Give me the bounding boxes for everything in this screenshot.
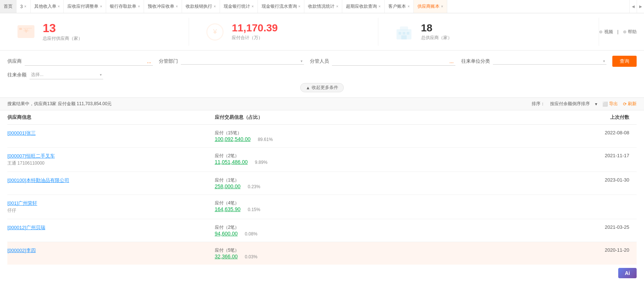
nav-customer-account-label: 客户账本 bbox=[388, 3, 406, 10]
stat-card-total-suppliers: 18 总供应商（家） bbox=[378, 18, 599, 46]
last-pay-date: 2023-01-30 bbox=[463, 177, 637, 183]
stats-header: ￥ 13 总应付供应商（家） ¥ 11,170.39 应付合计（万） bbox=[0, 13, 644, 51]
close-icon[interactable]: × bbox=[100, 4, 102, 8]
export-label: 导出 bbox=[609, 101, 618, 107]
supplier-sub: 王通 17106110000 bbox=[7, 160, 215, 166]
close-icon[interactable]: × bbox=[378, 4, 381, 8]
person-input[interactable] bbox=[333, 59, 449, 64]
nav-other-income[interactable]: 其他收入单 × bbox=[31, 0, 64, 13]
trans-amount[interactable]: 164,635.90 bbox=[215, 206, 241, 212]
close-icon[interactable]: × bbox=[441, 4, 443, 8]
close-icon[interactable]: × bbox=[58, 4, 60, 8]
export-icon: ⬜ bbox=[602, 101, 608, 107]
payable-suppliers-label: 总应付供应商（家） bbox=[43, 35, 83, 42]
close-icon[interactable]: × bbox=[24, 4, 27, 8]
last-pay-date: 2022-08-08 bbox=[463, 130, 637, 135]
payable-suppliers-icon: ￥ bbox=[15, 21, 37, 43]
nav-prepay[interactable]: 预收冲应收单 × bbox=[144, 0, 182, 13]
close-icon[interactable]: × bbox=[336, 4, 338, 8]
trans-amount[interactable]: 11,051,486.00 bbox=[215, 159, 248, 165]
nav-bank[interactable]: 银行存取款单 × bbox=[106, 0, 144, 13]
filter-category: 往来单位分类 ▾ bbox=[461, 58, 607, 65]
balance-filter-label: 往来余额 bbox=[7, 72, 27, 78]
balance-select-wrap[interactable]: 选择... ▾ bbox=[29, 70, 103, 79]
supplier-link-001[interactable]: [001]广州荣轩 bbox=[7, 200, 215, 207]
supplier-link-000100[interactable]: [000100]本特勤油品有限公司 bbox=[7, 177, 215, 184]
nav-prepay-label: 预收冲应收单 bbox=[148, 3, 174, 10]
supplier-link-000001[interactable]: [000001]张三 bbox=[7, 130, 215, 137]
export-button[interactable]: ⬜ 导出 bbox=[602, 101, 618, 107]
svg-rect-12 bbox=[401, 35, 407, 39]
department-filter-label: 分管部门 bbox=[159, 58, 178, 65]
table-row: [001]广州荣轩 仔仔 应付（4笔） 164,635.90 0.15% bbox=[7, 195, 637, 219]
trans-label: 应付（4笔） bbox=[215, 200, 463, 206]
nav-prev-button[interactable]: ◀ bbox=[629, 0, 637, 13]
nav-home[interactable]: 首页 bbox=[0, 0, 17, 13]
refresh-button[interactable]: ⟳ 刷新 bbox=[623, 101, 637, 107]
supplier-input[interactable] bbox=[26, 59, 147, 64]
trans-amount[interactable]: 32,366.00 bbox=[215, 254, 238, 259]
nav-adjustment[interactable]: 应收应付调整单 × bbox=[64, 0, 106, 13]
category-select-wrap[interactable]: ▾ bbox=[493, 58, 607, 65]
sort-value[interactable]: 按应付余额倒序排序 bbox=[550, 101, 590, 107]
last-pay-date: 2021-11-17 bbox=[463, 153, 637, 158]
department-select-wrap[interactable]: ▾ bbox=[181, 58, 304, 65]
person-input-wrap: ... bbox=[332, 57, 455, 66]
result-summary-text: 搜索结果中，供应商13家 应付金额 111,703,854.00元 bbox=[7, 101, 112, 107]
trans-amount[interactable]: 94,600.00 bbox=[215, 231, 238, 237]
close-icon[interactable]: × bbox=[298, 4, 301, 8]
help-link[interactable]: ⊙ 帮助 bbox=[623, 29, 637, 35]
supplier-link-000007[interactable]: [000007]恒旺二手叉车 bbox=[7, 153, 215, 159]
nav-reconcile[interactable]: 收款核销执行 × bbox=[182, 0, 220, 13]
sort-label: 排序： bbox=[532, 101, 545, 107]
close-icon[interactable]: × bbox=[252, 4, 254, 8]
trans-amount[interactable]: 258,000.00 bbox=[215, 183, 241, 189]
table-header: 供应商信息 应付交易信息（占比） 上次付数 bbox=[7, 110, 637, 125]
total-suppliers-count: 18 bbox=[421, 23, 452, 33]
close-icon[interactable]: × bbox=[138, 4, 140, 8]
nav-next-button[interactable]: ▶ bbox=[637, 0, 644, 13]
trans-label: 应付（2笔） bbox=[215, 224, 463, 231]
refresh-icon: ⟳ bbox=[623, 101, 627, 107]
transaction-info: 应付（15笔） 100,092,540.00 89.61% bbox=[215, 130, 463, 142]
supplier-link-000002[interactable]: [000002]李四 bbox=[7, 247, 215, 254]
nav-collection-stats[interactable]: 收款情况统计 × bbox=[304, 0, 342, 13]
video-link[interactable]: ⊙ 视频 bbox=[599, 29, 613, 35]
nav-tab-3[interactable]: 3 × bbox=[17, 0, 31, 13]
nav-collection-stats-label: 收款情况统计 bbox=[308, 3, 335, 10]
table-row: [000012]广州贝瑞 应付（2笔） 94,600.00 0.08% 2021… bbox=[7, 219, 637, 242]
nav-cash-flow[interactable]: 现金银行流水查询 × bbox=[258, 0, 305, 13]
collapse-bar: ▲ 收起更多条件 bbox=[7, 83, 637, 92]
nav-tab-3-label: 3 bbox=[20, 4, 23, 9]
transaction-info: 应付（5笔） 32,366.00 0.03% bbox=[215, 247, 463, 259]
nav-supplier-account[interactable]: 供应商账本 × bbox=[414, 0, 447, 13]
header-help: ⊙ 视频 | ⊙ 帮助 bbox=[599, 29, 644, 35]
supplier-link-000012[interactable]: [000012]广州贝瑞 bbox=[7, 224, 215, 231]
close-icon[interactable]: × bbox=[407, 4, 410, 8]
supplier-sub: 仔仔 bbox=[7, 207, 215, 214]
trans-percent: 0.08% bbox=[245, 231, 258, 237]
trans-percent: 0.03% bbox=[245, 254, 258, 259]
query-button[interactable]: 查询 bbox=[612, 56, 637, 67]
nav-cash-bank-stats[interactable]: 现金银行统计 × bbox=[220, 0, 258, 13]
ai-badge[interactable]: Ai bbox=[618, 268, 637, 278]
header-lastpay: 上次付数 bbox=[463, 114, 637, 121]
close-icon[interactable]: × bbox=[176, 4, 178, 8]
nav-reconcile-label: 收款核销执行 bbox=[186, 3, 212, 10]
supplier-dots[interactable]: ... bbox=[147, 58, 151, 64]
person-dots[interactable]: ... bbox=[449, 58, 454, 64]
supplier-info: [000001]张三 bbox=[7, 130, 215, 137]
payable-suppliers-count: 13 bbox=[43, 22, 83, 34]
total-suppliers-icon bbox=[393, 21, 415, 43]
table-area: 供应商信息 应付交易信息（占比） 上次付数 [000001]张三 应付（15笔）… bbox=[0, 110, 644, 293]
nav-customer-account[interactable]: 客户账本 × bbox=[385, 0, 414, 13]
total-suppliers-label: 总供应商（家） bbox=[421, 35, 452, 41]
nav-cash-flow-label: 现金银行流水查询 bbox=[262, 3, 297, 10]
nav-overdue-query[interactable]: 超期应收款查询 × bbox=[342, 0, 385, 13]
ai-label: Ai bbox=[625, 270, 630, 276]
close-icon[interactable]: × bbox=[214, 4, 216, 8]
category-filter-label: 往来单位分类 bbox=[461, 58, 490, 65]
category-arrow-icon: ▾ bbox=[603, 59, 605, 63]
trans-amount[interactable]: 100,092,540.00 bbox=[215, 136, 251, 142]
collapse-button[interactable]: ▲ 收起更多条件 bbox=[300, 83, 344, 92]
